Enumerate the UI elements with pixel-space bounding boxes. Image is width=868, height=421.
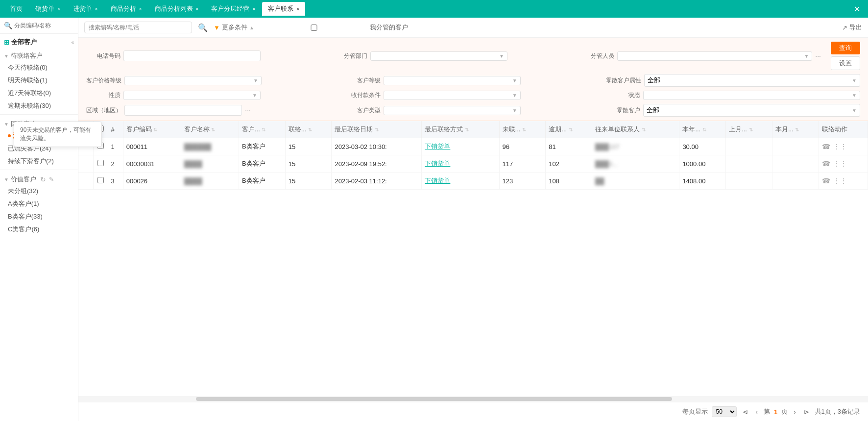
tab-sales[interactable]: 销货单 × [29, 2, 66, 16]
my-customers-checkbox[interactable] [260, 25, 368, 31]
overdue-sort-icon[interactable]: ⇅ [569, 127, 573, 132]
this-month-sort-icon[interactable]: ⇅ [795, 127, 799, 132]
no-contact-sort-icon[interactable]: ⇅ [522, 127, 526, 132]
unit-contact-sort-icon[interactable]: ⇅ [642, 127, 646, 132]
refresh-icon[interactable]: ↻ [40, 175, 46, 183]
dept-select[interactable]: ▼ [370, 51, 507, 61]
row-checkbox[interactable] [97, 160, 104, 166]
tab-goods-analysis-list[interactable]: 商品分析列表 × [149, 2, 205, 16]
search-input[interactable] [84, 22, 192, 33]
sidebar-item-class-c[interactable]: C类客户(6) [0, 223, 78, 236]
sidebar-item-tomorrow[interactable]: 明天待联络(1) [0, 74, 78, 87]
last-contact-method-cell[interactable]: 下销货单 [422, 155, 499, 173]
prev-page-button[interactable]: ‹ [754, 407, 760, 417]
close-goods-analysis-list-icon[interactable]: × [196, 6, 199, 12]
group-pending-contact[interactable]: ▼ 待联络客户 [0, 49, 78, 61]
tab-home[interactable]: 首页 [4, 2, 28, 16]
tab-goods-analysis[interactable]: 商品分析 × [105, 2, 148, 16]
customer-type-select[interactable]: ▼ [384, 106, 521, 115]
contact-col-header[interactable]: 联络... ⇅ [285, 121, 332, 138]
collapse-icon[interactable]: « [71, 40, 74, 45]
contact-sort-icon[interactable]: ⇅ [308, 127, 312, 132]
sidebar-item-7days[interactable]: 近7天待联络(0) [0, 87, 78, 99]
status-select[interactable]: ▼ [643, 91, 860, 100]
search-button[interactable]: 🔍 [198, 23, 208, 32]
last-contact-method-cell[interactable]: 下销货单 [422, 173, 499, 190]
close-customer-contact-icon[interactable]: × [296, 6, 299, 12]
export-button[interactable]: ↗ 导出 [842, 23, 862, 32]
my-customers-checkbox-label[interactable]: 我分管的客户 [260, 23, 408, 32]
last-contact-method-cell[interactable]: 下销货单 [422, 138, 499, 155]
last-page-button[interactable]: ⊳ [802, 407, 811, 417]
payment-select[interactable]: ▼ [384, 91, 521, 100]
contact-method-link[interactable]: 下销货单 [425, 143, 450, 150]
code-sort-icon[interactable]: ⇅ [153, 127, 157, 132]
query-button[interactable]: 查询 [831, 42, 860, 54]
sidebar-item-today[interactable]: 今天待联络(0) [0, 61, 78, 74]
first-page-button[interactable]: ⊲ [741, 407, 750, 417]
phone-input[interactable] [123, 50, 261, 61]
edit-icon[interactable]: ✎ [49, 176, 54, 183]
type-col-header[interactable]: 客户... ⇅ [239, 121, 285, 138]
sidebar-item-declining[interactable]: 持续下滑客户(2) [0, 155, 78, 168]
contact-icon[interactable]: ☎ [822, 160, 830, 168]
tab-customer-layers[interactable]: 客户分层经营 × [205, 2, 261, 16]
last-contact-method-col-header[interactable]: 最后联络方式 ⇅ [422, 121, 499, 138]
row-checkbox[interactable] [97, 177, 104, 183]
filter-customer-level: 客户等级 ▼ [346, 76, 601, 85]
person-select[interactable]: ▼ [617, 51, 812, 61]
sidebar-item-ungrouped[interactable]: 未分组(32) [0, 185, 78, 198]
sidebar-item-overdue[interactable]: 逾期未联络(30) [0, 99, 78, 112]
customer-level-select[interactable]: ▼ [384, 76, 521, 85]
group-value-customers[interactable]: ▼ 价值客户 ↻ ✎ [0, 172, 78, 185]
nature-select[interactable]: ▼ [123, 91, 261, 100]
sidebar-item-class-b[interactable]: B类客户(33) [0, 210, 78, 223]
region-more-icon[interactable]: ··· [245, 106, 251, 114]
name-sort-icon[interactable]: ⇅ [211, 127, 215, 132]
sidebar-search-input[interactable] [14, 22, 78, 29]
settings-button[interactable]: 设置 [831, 56, 860, 70]
last-month-sort-icon[interactable]: ⇅ [749, 127, 753, 132]
tab-customer-contact[interactable]: 客户联系 × [262, 2, 305, 16]
contact-method-link[interactable]: 下销货单 [425, 177, 450, 184]
close-customer-layers-icon[interactable]: × [252, 6, 255, 12]
last-month-col-header[interactable]: 上月... ⇅ [726, 121, 772, 138]
more-action-icon[interactable]: ⋮⋮ [833, 160, 847, 168]
more-action-icon[interactable]: ⋮⋮ [833, 143, 847, 150]
region-input[interactable] [124, 105, 242, 116]
person-more-icon[interactable]: ··· [815, 52, 821, 60]
filter-button[interactable]: ▼ 更多条件 ▲ [214, 23, 254, 32]
no-contact-col-header[interactable]: 未联... ⇅ [499, 121, 546, 138]
close-sales-icon[interactable]: × [57, 6, 60, 12]
tab-purchase[interactable]: 进货单 × [67, 2, 104, 16]
this-year-sort-icon[interactable]: ⇅ [702, 127, 706, 132]
unit-contact-col-header[interactable]: 往来单位联系人 ⇅ [592, 121, 679, 138]
this-year-col-header[interactable]: 本年... ⇅ [679, 121, 726, 138]
code-col-header[interactable]: 客户编码 ⇅ [123, 121, 181, 138]
checkbox-cell[interactable] [93, 173, 108, 190]
all-customers-header[interactable]: ⊞ 全部客户 « [0, 34, 78, 49]
close-goods-analysis-icon[interactable]: × [139, 6, 142, 12]
last-contact-date-sort-icon[interactable]: ⇅ [375, 127, 379, 132]
price-level-select[interactable]: ▼ [124, 76, 262, 85]
this-month-col-header[interactable]: 本月... ⇅ [772, 121, 819, 138]
type-sort-icon[interactable]: ⇅ [262, 127, 265, 132]
contact-method-link[interactable]: 下销货单 [425, 160, 450, 167]
sidebar-item-class-a[interactable]: A类客户(1) [0, 198, 78, 210]
sparse-customer-chevron-icon: ▼ [852, 108, 857, 113]
close-all-button[interactable]: ✕ [850, 4, 864, 14]
horizontal-scrollbar[interactable] [78, 396, 868, 402]
next-page-button[interactable]: › [792, 407, 797, 417]
sparse-attr-select[interactable]: 全部 ▼ [644, 74, 860, 87]
per-page-select[interactable]: 50 100 200 [712, 406, 737, 417]
sparse-customer-select[interactable]: 全部 ▼ [643, 104, 860, 117]
contact-icon[interactable]: ☎ [822, 177, 830, 185]
close-purchase-icon[interactable]: × [95, 6, 98, 12]
overdue-col-header[interactable]: 逾期... ⇅ [546, 121, 592, 138]
checkbox-cell[interactable] [93, 155, 108, 173]
last-contact-date-col-header[interactable]: 最后联络日期 ⇅ [332, 121, 422, 138]
more-action-icon[interactable]: ⋮⋮ [833, 177, 847, 185]
contact-icon[interactable]: ☎ [822, 143, 830, 150]
name-col-header[interactable]: 客户名称 ⇅ [181, 121, 239, 138]
last-contact-method-sort-icon[interactable]: ⇅ [465, 127, 469, 132]
